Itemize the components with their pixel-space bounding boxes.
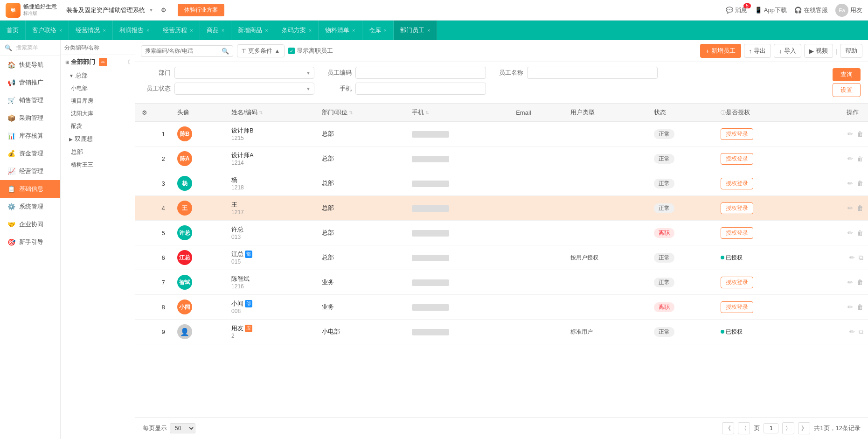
next-page-btn[interactable]: 〉 <box>782 422 794 434</box>
edit-icon-6[interactable]: ✏ <box>849 254 855 261</box>
th-name-code[interactable]: 姓名/编码 ⇅ <box>227 104 317 122</box>
import-button[interactable]: ↓ 导入 <box>774 44 801 58</box>
first-page-btn[interactable]: 《 <box>722 422 734 434</box>
edit-icon-1[interactable]: ✏ <box>847 130 853 138</box>
query-button[interactable]: 查询 <box>833 68 861 81</box>
phone-input[interactable] <box>355 83 486 95</box>
sidebar-item-guide[interactable]: 🎯 新手引导 <box>0 233 60 251</box>
tab-operation-close[interactable]: × <box>103 28 105 33</box>
tab-customer-close[interactable]: × <box>59 28 62 33</box>
dept-node-xiaodianbu[interactable]: 小电部 <box>64 82 135 95</box>
tab-profit-close[interactable]: × <box>146 28 149 33</box>
sidebar-item-system[interactable]: ⚙️ 系统管理 <box>0 198 60 216</box>
view-button[interactable]: ▶ 视频 <box>804 44 833 58</box>
delete-icon-4[interactable]: 🗑 <box>857 204 863 212</box>
sidebar-item-operation[interactable]: 📈 经营管理 <box>0 162 60 180</box>
tab-barcode[interactable]: 条码方案× <box>275 21 319 40</box>
dept-group-title-1[interactable]: ▶ 双鹿想 <box>64 132 135 146</box>
tab-addgoods-close[interactable]: × <box>265 28 268 33</box>
edit-icon-8[interactable]: ✏ <box>847 303 853 311</box>
system-dropdown-icon[interactable]: ▼ <box>149 7 153 13</box>
delete-icon-5[interactable]: 🗑 <box>857 229 863 237</box>
edit-icon-3[interactable]: ✏ <box>847 180 853 187</box>
th-dept-position[interactable]: 部门/职位 ⇅ <box>317 104 407 122</box>
sidebar-search-area[interactable]: 🔍 搜索菜单 <box>0 40 60 56</box>
edit-icon-2[interactable]: ✏ <box>847 155 853 162</box>
th-phone[interactable]: 手机 ⇅ <box>407 104 511 122</box>
online-service-item[interactable]: 🎧 在线客服 <box>794 6 828 14</box>
dept-node-xiangmukufang[interactable]: 项目库房 <box>64 95 135 107</box>
copy-icon-9[interactable]: ⧉ <box>859 328 863 336</box>
set-button[interactable]: 设置 <box>833 83 861 97</box>
auth-btn-3[interactable]: 授权登录 <box>721 178 753 189</box>
sidebar-item-purchase[interactable]: 📦 采购管理 <box>0 109 60 127</box>
delete-icon-8[interactable]: 🗑 <box>857 303 863 311</box>
dept-node-zhishuwangsan[interactable]: 植树王三 <box>64 159 135 171</box>
emp-name-input[interactable] <box>527 67 658 79</box>
add-employee-button[interactable]: + 新增员工 <box>700 44 741 58</box>
tab-warehouse[interactable]: 仓库× <box>362 21 394 40</box>
auth-btn-4[interactable]: 授权登录 <box>721 202 753 214</box>
dept-edit-icon[interactable]: ✏ <box>99 58 107 66</box>
edit-icon-4[interactable]: ✏ <box>847 204 853 212</box>
auth-btn-2[interactable]: 授权登录 <box>721 153 753 165</box>
help-button[interactable]: 帮助 <box>840 44 862 58</box>
dept-node-peihuo[interactable]: 配货 <box>64 120 135 132</box>
tab-customer[interactable]: 客户联络× <box>26 21 69 40</box>
dept-group-title-2[interactable]: 总部 <box>64 146 135 159</box>
trial-button[interactable]: 体验行业方案 <box>178 4 224 16</box>
tab-goods[interactable]: 商品× <box>200 21 231 40</box>
tab-barcode-close[interactable]: × <box>309 28 312 33</box>
delete-icon-2[interactable]: 🗑 <box>857 155 863 162</box>
sidebar-item-corp[interactable]: 🤝 企业协同 <box>0 216 60 233</box>
dept-search-input[interactable] <box>64 44 134 51</box>
tab-bom[interactable]: 物料清单× <box>319 21 362 40</box>
delete-icon-7[interactable]: 🗑 <box>857 279 863 286</box>
delete-icon-3[interactable]: 🗑 <box>857 180 863 187</box>
copy-icon-6[interactable]: ⧉ <box>859 254 863 262</box>
show-resigned-toggle[interactable]: ✓ 显示离职员工 <box>288 47 333 55</box>
tab-operation[interactable]: 经营情况× <box>69 21 112 40</box>
edit-icon-9[interactable]: ✏ <box>849 328 855 335</box>
tab-history[interactable]: 经营历程× <box>156 21 200 40</box>
sidebar-item-marketing[interactable]: 📢 营销推广 <box>0 74 60 91</box>
dept-group-title-0[interactable]: ▼ 总部 <box>64 69 135 82</box>
tab-history-close[interactable]: × <box>190 28 193 33</box>
th-settings[interactable]: ⚙ <box>135 104 154 122</box>
tab-goods-close[interactable]: × <box>222 28 224 33</box>
dept-node-shenyangdaku[interactable]: 沈阳大库 <box>64 107 135 120</box>
emp-status-select[interactable] <box>174 83 314 95</box>
per-page-select[interactable]: 50 100 <box>170 423 195 433</box>
tab-add-goods[interactable]: 新增商品× <box>231 21 275 40</box>
edit-icon-7[interactable]: ✏ <box>847 279 853 286</box>
sidebar-item-basic[interactable]: 📋 基础信息 <box>0 180 60 198</box>
sidebar-item-finance[interactable]: 💰 资金管理 <box>0 145 60 162</box>
dept-all[interactable]: ⊞ 全部部门 ✏ 《 <box>61 55 135 69</box>
prev-page-btn[interactable]: 〈 <box>738 422 750 434</box>
tab-home[interactable]: 首页 <box>0 21 26 40</box>
tab-profit[interactable]: 利润报告× <box>113 21 156 40</box>
more-filter-btn[interactable]: ⊤ 更多条件 ▲ <box>237 44 285 57</box>
tab-bom-close[interactable]: × <box>352 28 355 33</box>
app-download-item[interactable]: 📱 App下载 <box>755 6 787 14</box>
auth-btn-1[interactable]: 授权登录 <box>721 128 753 140</box>
sidebar-item-quick-nav[interactable]: 🏠 快捷导航 <box>0 56 60 74</box>
dept-select[interactable] <box>174 67 314 79</box>
tab-warehouse-close[interactable]: × <box>384 28 387 33</box>
last-page-btn[interactable]: 》 <box>798 422 810 434</box>
page-input[interactable] <box>764 423 778 433</box>
th-phone-sort[interactable]: 手机 ⇅ <box>412 108 507 117</box>
tab-employee-close[interactable]: × <box>427 28 430 33</box>
delete-icon-1[interactable]: 🗑 <box>857 130 863 138</box>
employee-search-input[interactable] <box>145 48 220 54</box>
auth-btn-5[interactable]: 授权登录 <box>721 227 753 239</box>
dept-collapse-btn[interactable]: 《 <box>125 58 130 66</box>
sidebar-item-inventory[interactable]: 📊 库存核算 <box>0 127 60 145</box>
edit-icon-5[interactable]: ✏ <box>847 229 853 237</box>
auth-btn-7[interactable]: 授权登录 <box>721 277 753 288</box>
message-item[interactable]: 💬 消息 5 <box>726 6 747 14</box>
th-dept-sort[interactable]: 部门/职位 ⇅ <box>322 108 403 117</box>
sidebar-item-sales[interactable]: 🛒 销售管理 <box>0 91 60 109</box>
user-item[interactable]: Ea 用友 <box>835 4 862 17</box>
auth-btn-8[interactable]: 授权登录 <box>721 301 753 313</box>
